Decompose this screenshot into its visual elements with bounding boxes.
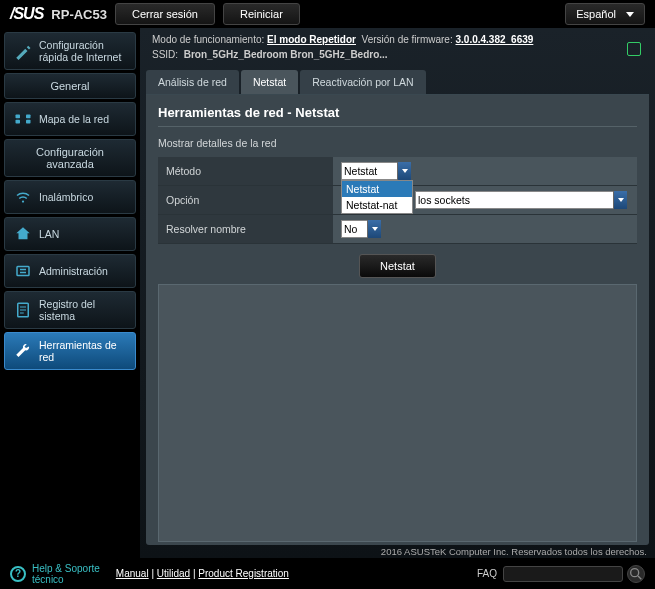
chevron-down-icon xyxy=(626,12,634,17)
utility-link[interactable]: Utilidad xyxy=(157,568,190,579)
resolve-select[interactable] xyxy=(341,220,381,238)
chevron-down-icon[interactable] xyxy=(397,162,411,180)
svg-point-7 xyxy=(631,568,639,576)
tab-netstat[interactable]: Netstat xyxy=(241,70,298,94)
chevron-down-icon[interactable] xyxy=(367,220,381,238)
home-icon xyxy=(13,224,33,244)
sidebar-item-label: Herramientas de red xyxy=(39,339,127,363)
mode-link[interactable]: El modo Repetidor xyxy=(267,34,356,45)
sidebar-item-label: LAN xyxy=(39,228,59,240)
logout-button[interactable]: Cerrar sesión xyxy=(115,3,215,25)
sidebar-item-syslog[interactable]: Registro del sistema xyxy=(4,291,136,329)
svg-rect-5 xyxy=(17,267,29,276)
chevron-down-icon[interactable] xyxy=(613,191,627,209)
sidebar-item-map[interactable]: Mapa de la red xyxy=(4,102,136,136)
help-link[interactable]: Help & Soportetécnico xyxy=(32,563,100,585)
svg-rect-0 xyxy=(16,115,21,119)
method-label: Método xyxy=(158,157,333,186)
panel-subtitle: Mostrar detalles de la red xyxy=(158,137,637,149)
copyright-text: 2016 ASUSTeK Computer Inc. Reservados to… xyxy=(381,546,647,557)
svg-rect-2 xyxy=(26,115,31,119)
manual-link[interactable]: Manual xyxy=(116,568,149,579)
admin-icon xyxy=(13,261,33,281)
sidebar-item-admin[interactable]: Administración xyxy=(4,254,136,288)
wrench-icon xyxy=(13,341,33,361)
footer-links: Manual | Utilidad | Product Registration xyxy=(116,568,289,579)
general-heading: General xyxy=(4,73,136,99)
sidebar-item-label: Inalámbrico xyxy=(39,191,93,203)
firmware-link[interactable]: 3.0.0.4.382_6639 xyxy=(455,34,533,45)
model-name: RP-AC53 xyxy=(51,7,107,22)
svg-rect-3 xyxy=(26,120,31,124)
search-input[interactable] xyxy=(503,566,623,582)
option-label: Opción xyxy=(158,186,333,215)
sidebar-item-wireless[interactable]: Inalámbrico xyxy=(4,180,136,214)
option-select[interactable] xyxy=(415,191,627,209)
sidebar-item-lan[interactable]: LAN xyxy=(4,217,136,251)
method-dropdown: Netstat Netstat-nat xyxy=(341,180,413,214)
sidebar-item-label: Administración xyxy=(39,265,108,277)
tab-analysis[interactable]: Análisis de red xyxy=(146,70,239,94)
info-bar: Modo de funcionamiento: El modo Repetido… xyxy=(146,28,649,66)
search-icon[interactable] xyxy=(627,565,645,583)
log-icon xyxy=(13,300,33,320)
quick-setup-button[interactable]: Configuración rápida de Internet xyxy=(4,32,136,70)
wifi-icon xyxy=(13,187,33,207)
map-icon xyxy=(13,109,33,129)
language-label: Español xyxy=(576,8,616,20)
ssid-value: Bron_5GHz_Bedroom Bron_5GHz_Bedro... xyxy=(184,49,388,60)
run-netstat-button[interactable]: Netstat xyxy=(359,254,436,278)
svg-point-4 xyxy=(22,200,24,202)
output-textarea[interactable] xyxy=(158,284,637,542)
sidebar-item-tools[interactable]: Herramientas de red xyxy=(4,332,136,370)
reboot-button[interactable]: Reiniciar xyxy=(223,3,300,25)
brand-logo: /SUS xyxy=(10,5,43,23)
method-select[interactable]: Netstat Netstat-nat xyxy=(341,162,411,180)
resolve-label: Resolver nombre xyxy=(158,215,333,244)
svg-rect-1 xyxy=(16,120,21,124)
quick-setup-label: Configuración rápida de Internet xyxy=(39,39,127,63)
registration-link[interactable]: Product Registration xyxy=(198,568,289,579)
language-selector[interactable]: Español xyxy=(565,3,645,25)
faq-label: FAQ xyxy=(477,568,497,579)
option-value[interactable] xyxy=(415,191,627,209)
tab-wol[interactable]: Reactivación por LAN xyxy=(300,70,426,94)
method-option-netstat-nat[interactable]: Netstat-nat xyxy=(342,197,412,213)
status-icon[interactable] xyxy=(627,42,641,56)
wand-icon xyxy=(13,41,33,61)
help-icon[interactable]: ? xyxy=(10,566,26,582)
sidebar-item-label: Registro del sistema xyxy=(39,298,127,322)
advanced-heading: Configuración avanzada xyxy=(4,139,136,177)
method-option-netstat[interactable]: Netstat xyxy=(342,181,412,197)
panel-title: Herramientas de red - Netstat xyxy=(158,105,637,127)
sidebar-item-label: Mapa de la red xyxy=(39,113,109,125)
